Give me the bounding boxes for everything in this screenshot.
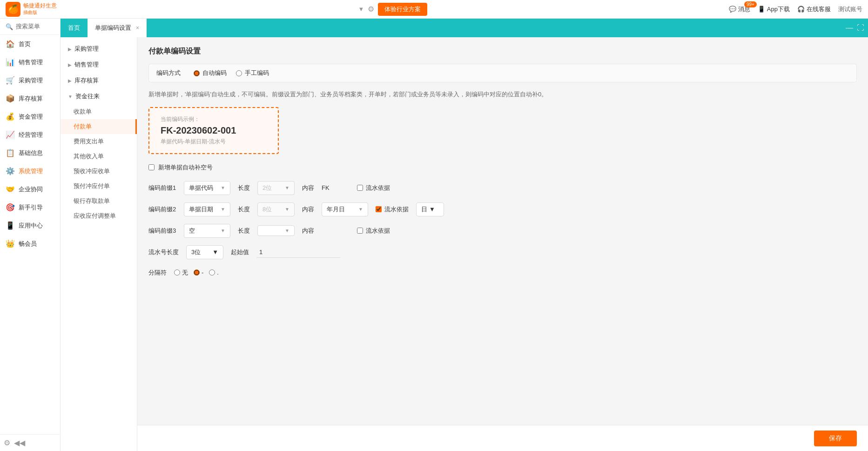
prefix1-length-value: 2位 bbox=[262, 184, 272, 192]
menu-item-adjustment[interactable]: 应收应付调整单 bbox=[61, 209, 137, 223]
sidebar-label-operations: 经营管理 bbox=[19, 131, 43, 139]
prefix3-serial-checkbox[interactable] bbox=[357, 228, 363, 234]
maximize-icon[interactable]: ⛶ bbox=[857, 24, 864, 32]
prefix2-day-select[interactable]: 日 ▼ bbox=[416, 202, 444, 216]
sidebar-item-finance[interactable]: 💰 资金管理 bbox=[0, 108, 60, 126]
manual-code-radio-label[interactable]: 手工编码 bbox=[236, 69, 269, 77]
menu-group-capital: ▼ 资金往来 收款单 付款单 费用支出单 其他收入单 预收冲应收单 预付冲应付单… bbox=[61, 88, 137, 223]
menu-item-prepay-payment[interactable]: 预付冲应付单 bbox=[61, 179, 137, 194]
auto-code-label: 自动编码 bbox=[202, 69, 227, 77]
trial-button[interactable]: 体验行业方案 bbox=[378, 3, 427, 16]
service-label: 在线客服 bbox=[807, 5, 831, 13]
sidebar-item-apps[interactable]: 📱 应用中心 bbox=[0, 216, 60, 235]
prefix2-content-value: 年月日 bbox=[327, 205, 345, 214]
menu-group-purchase-title[interactable]: ▶ 采购管理 bbox=[61, 41, 137, 57]
sidebar-label-sales: 销售管理 bbox=[19, 58, 43, 67]
prefix2-length-label: 长度 bbox=[238, 205, 250, 214]
prefix2-content-arrow: ▼ bbox=[358, 207, 363, 212]
message-badge: 99+ bbox=[744, 1, 757, 7]
auto-code-radio-label[interactable]: 自动编码 bbox=[194, 69, 227, 77]
serial-length-arrow: ▼ bbox=[212, 249, 218, 256]
menu-group-capital-title[interactable]: ▼ 资金往来 bbox=[61, 88, 137, 104]
sidebar-item-inventory[interactable]: 📦 库存核算 bbox=[0, 89, 60, 108]
sep-dot-radio[interactable] bbox=[209, 269, 215, 276]
sidebar-item-operations[interactable]: 📈 经营管理 bbox=[0, 126, 60, 144]
start-value-input[interactable] bbox=[256, 247, 340, 258]
serial-length-value: 3位 bbox=[191, 248, 201, 256]
logo-sub: 插曲版 bbox=[23, 9, 57, 16]
purchase-arrow-icon: ▶ bbox=[68, 47, 72, 52]
prefix1-length-select[interactable]: 2位 ▼ bbox=[257, 181, 295, 195]
prefix2-select[interactable]: 单据日期 ▼ bbox=[184, 202, 230, 216]
prefix2-serial-checkbox[interactable] bbox=[376, 206, 382, 212]
sidebar-label-newbie: 新手引导 bbox=[19, 203, 43, 212]
save-button[interactable]: 保存 bbox=[814, 431, 857, 446]
tab-encoding[interactable]: 单据编码设置 × bbox=[87, 19, 147, 37]
sidebar-label-purchase: 采购管理 bbox=[19, 76, 43, 85]
manual-code-radio[interactable] bbox=[236, 70, 242, 76]
tab-home[interactable]: 首页 bbox=[61, 19, 87, 37]
serial-length-select[interactable]: 3位 ▼ bbox=[186, 245, 223, 259]
prefix2-select-arrow: ▼ bbox=[221, 207, 225, 212]
settings-footer-icon[interactable]: ⚙ bbox=[4, 438, 10, 447]
sep-none-label[interactable]: 无 bbox=[174, 269, 188, 277]
search-menu-button[interactable]: 🔍 搜索菜单 bbox=[0, 19, 60, 35]
sep-none-text: 无 bbox=[182, 269, 188, 277]
sidebar-label-basic: 基础信息 bbox=[19, 149, 43, 157]
left-menu: ▶ 采购管理 ▶ 销售管理 ▶ 库存核算 bbox=[61, 37, 137, 451]
sep-dot-label[interactable]: . bbox=[209, 269, 219, 276]
close-tab-icon[interactable]: × bbox=[136, 25, 139, 31]
menu-group-inventory: ▶ 库存核算 bbox=[61, 73, 137, 88]
prefix3-select[interactable]: 空 ▼ bbox=[184, 224, 230, 238]
inventory-icon: 📦 bbox=[6, 94, 15, 103]
prefix3-length-select[interactable]: ▼ bbox=[257, 225, 295, 236]
auto-fill-checkbox[interactable] bbox=[148, 164, 155, 170]
main-panel: 付款单编码设置 编码方式 自动编码 手工编码 bbox=[137, 37, 868, 425]
collapse-icon[interactable]: ◀◀ bbox=[14, 438, 25, 447]
prefix1-length-label: 长度 bbox=[238, 184, 250, 192]
sep-dash-radio[interactable] bbox=[194, 269, 200, 276]
user-name[interactable]: 测试账号 bbox=[838, 5, 862, 13]
sep-none-radio[interactable] bbox=[174, 269, 180, 276]
menu-group-inventory-title[interactable]: ▶ 库存核算 bbox=[61, 73, 137, 88]
message-button[interactable]: 💬 消息 99+ bbox=[729, 5, 750, 13]
auto-code-radio[interactable] bbox=[194, 70, 200, 76]
sidebar-item-purchase[interactable]: 🛒 采购管理 bbox=[0, 71, 60, 89]
prefix1-select[interactable]: 单据代码 ▼ bbox=[184, 181, 230, 195]
menu-item-expense[interactable]: 费用支出单 bbox=[61, 134, 137, 149]
sidebar-item-home[interactable]: 🏠 首页 bbox=[0, 35, 60, 53]
app-download-button[interactable]: 📱 App下载 bbox=[758, 5, 790, 13]
menu-item-payment[interactable]: 付款单 bbox=[61, 119, 137, 134]
prefix3-serial-checkbox-wrap: 流水依据 bbox=[357, 227, 390, 235]
auto-fill-label[interactable]: 新增单据自动补空号 bbox=[158, 163, 213, 172]
prefix2-length-select[interactable]: 8位 ▼ bbox=[257, 202, 295, 216]
tab-encoding-label: 单据编码设置 bbox=[95, 24, 131, 32]
menu-item-other-income[interactable]: 其他收入单 bbox=[61, 149, 137, 164]
online-service-button[interactable]: 🎧 在线客服 bbox=[797, 5, 831, 13]
prefix1-content-value: FK bbox=[322, 184, 350, 191]
sidebar-label-finance: 资金管理 bbox=[19, 113, 43, 121]
start-value-label: 起始值 bbox=[231, 248, 249, 256]
sidebar-item-member[interactable]: 👑 畅会员 bbox=[0, 235, 60, 253]
encoding-mode-row: 编码方式 自动编码 手工编码 bbox=[148, 64, 857, 82]
menu-inventory-label: 库存核算 bbox=[74, 76, 99, 85]
auto-fill-row: 新增单据自动补空号 bbox=[148, 163, 857, 172]
menu-item-prepay-receipt[interactable]: 预收冲应收单 bbox=[61, 164, 137, 179]
encoding-mode-label: 编码方式 bbox=[156, 69, 184, 77]
prefix3-length-label: 长度 bbox=[238, 227, 250, 235]
minimize-icon[interactable]: — bbox=[846, 24, 853, 32]
menu-item-receipt[interactable]: 收款单 bbox=[61, 104, 137, 119]
sidebar-item-newbie[interactable]: 🎯 新手引导 bbox=[0, 198, 60, 216]
expand-arrow-icon[interactable]: ▼ bbox=[358, 6, 364, 13]
sidebar-item-sales[interactable]: 📊 销售管理 bbox=[0, 53, 60, 71]
sidebar-item-enterprise[interactable]: 🤝 企业协同 bbox=[0, 180, 60, 198]
gear-icon[interactable]: ⚙ bbox=[368, 5, 374, 13]
sidebar-item-basic[interactable]: 📋 基础信息 bbox=[0, 144, 60, 162]
sep-dash-label[interactable]: - bbox=[194, 269, 203, 276]
main-panel-wrapper: 付款单编码设置 编码方式 自动编码 手工编码 bbox=[137, 37, 868, 451]
sidebar-item-system[interactable]: ⚙️ 系统管理 bbox=[0, 162, 60, 180]
prefix2-content-select[interactable]: 年月日 ▼ bbox=[322, 202, 368, 216]
prefix1-serial-checkbox[interactable] bbox=[357, 185, 363, 191]
menu-item-bank[interactable]: 银行存取款单 bbox=[61, 194, 137, 209]
menu-group-sales-title[interactable]: ▶ 销售管理 bbox=[61, 57, 137, 73]
